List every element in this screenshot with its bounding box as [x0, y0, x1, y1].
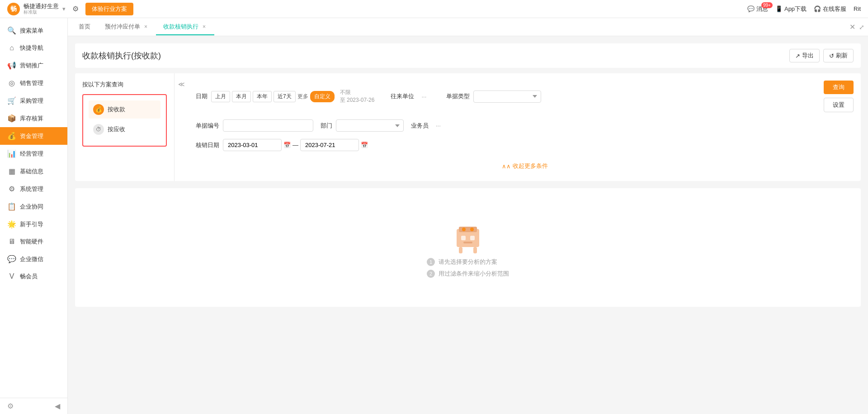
department-label: 部门 [321, 122, 332, 130]
collapse-sidebar-icon[interactable]: ◀ [55, 402, 60, 410]
collapse-more-btn[interactable]: ∧∧ 收起更多条件 [196, 158, 854, 174]
app-download-button[interactable]: 📱 App下载 [775, 5, 807, 13]
search-icon: 🔍 [7, 26, 16, 35]
tab-receipt-writeoff-label: 收款核销执行 [163, 23, 198, 31]
basic-info-icon: ▦ [7, 167, 16, 176]
sidebar-item-wechat[interactable]: 💬 企业微信 [0, 250, 67, 268]
solution-button[interactable]: 体验行业方案 [85, 3, 133, 15]
filter-item-staff: 业务员 ··· [411, 122, 444, 130]
date-buttons: 上月 本月 本年 近7天 更多 自定义 [211, 91, 335, 102]
filter-area: 按以下方案查询 💰 按收款 ⏱ 按应收 ≪ [75, 73, 861, 181]
inventory-icon: 📦 [7, 114, 16, 123]
topbar-right: 💬 消息 99+ 📱 App下载 🎧 在线客服 Rit [747, 5, 861, 13]
sidebar-label-quick-nav: 快捷导航 [20, 44, 43, 52]
sidebar-label-system: 系统管理 [20, 185, 43, 193]
date-label: 日期 [196, 92, 208, 100]
sidebar-item-operations[interactable]: 📊 经营管理 [0, 145, 67, 162]
marketing-icon: 📢 [7, 61, 16, 70]
bill-type-select[interactable] [473, 90, 541, 103]
tab-home[interactable]: 首页 [71, 19, 98, 35]
sidebar-item-member[interactable]: V 畅会员 [0, 268, 67, 285]
date-info: 不限 至 2023-07-26 [340, 89, 375, 104]
settings-bottom-icon[interactable]: ⚙ [7, 402, 14, 410]
empty-state: 1 请先选择要分析的方案 2 用过滤条件来缩小分析范围 [75, 188, 861, 307]
empty-state-illustration [448, 215, 488, 256]
dropdown-icon[interactable]: ▾ [62, 5, 66, 12]
close-all-tabs-icon[interactable]: ✕ [849, 23, 855, 31]
sidebar-label-wechat: 企业微信 [20, 255, 43, 263]
sidebar-item-enterprise[interactable]: 📋 企业协同 [0, 198, 67, 215]
sidebar-label-finance: 资金管理 [20, 132, 43, 140]
operations-icon: 📊 [7, 149, 16, 158]
date-btn-this-month[interactable]: 本月 [232, 91, 251, 102]
filter-item-writeoff-date: 核销日期 📅 — 📅 [196, 139, 368, 151]
sidebar-item-sales[interactable]: ◎ 销售管理 [0, 74, 67, 92]
filter-panel-collapse-btn[interactable]: ≪ [175, 73, 189, 181]
step-2-num: 2 [427, 270, 435, 278]
setting-button[interactable]: 设置 [824, 98, 854, 112]
filter-scheme-panel: 按以下方案查询 💰 按收款 ⏱ 按应收 [75, 73, 175, 181]
sidebar-label-purchase: 采购管理 [20, 97, 43, 105]
date-separator: — [292, 142, 298, 148]
staff-label: 业务员 [411, 122, 429, 130]
filter-form: 日期 上月 本月 本年 近7天 更多 自定义 [189, 73, 861, 181]
filter-item-date: 日期 上月 本月 本年 近7天 更多 自定义 [196, 89, 374, 104]
writeoff-date-end-input[interactable] [300, 139, 359, 151]
page-content: 收款核销执行(按收款) ↗ 导出 ↺ 刷新 按以下方案查询 [68, 36, 868, 414]
writeoff-date-start-input[interactable] [223, 139, 282, 151]
bill-no-input[interactable] [223, 119, 313, 132]
date-btn-custom[interactable]: 自定义 [310, 91, 335, 102]
brand-name: 畅捷通好生意 [24, 3, 59, 10]
filter-scheme-title: 按以下方案查询 [82, 81, 167, 89]
sidebar-item-finance[interactable]: 💰 资金管理 [0, 127, 67, 145]
sidebar-item-inventory[interactable]: 📦 库存核算 [0, 109, 67, 127]
tab-prepay[interactable]: 预付冲应付单 × [98, 19, 156, 35]
empty-steps: 1 请先选择要分析的方案 2 用过滤条件来缩小分析范围 [427, 256, 509, 280]
date-until: 至 2023-07-26 [340, 96, 375, 104]
tab-receipt-writeoff-close[interactable]: × [201, 23, 207, 30]
svg-rect-7 [459, 247, 462, 253]
gear-icon[interactable]: ⚙ [69, 3, 82, 15]
sidebar-item-basic-info[interactable]: ▦ 基础信息 [0, 162, 67, 180]
sidebar-item-search-menu[interactable]: 🔍 搜索菜单 [0, 22, 67, 39]
user-info[interactable]: Rit [854, 5, 861, 12]
sidebar-item-guide[interactable]: 🌟 新手引导 [0, 215, 67, 233]
filter-main: 日期 上月 本月 本年 近7天 更多 自定义 [189, 73, 861, 181]
calendar-start-icon[interactable]: 📅 [283, 142, 291, 148]
filter-item-bill-no: 单据编号 [196, 119, 313, 132]
sidebar-item-hardware[interactable]: 🖥 智能硬件 [0, 233, 67, 250]
hardware-icon: 🖥 [7, 238, 16, 246]
sidebar-label-member: 畅会员 [20, 272, 38, 281]
export-button[interactable]: ↗ 导出 [789, 49, 820, 62]
filter-option-by-receivable[interactable]: ⏱ 按应收 [89, 120, 160, 138]
tab-prepay-close[interactable]: × [143, 23, 149, 30]
counterparty-label: 往来单位 [391, 92, 414, 100]
query-button[interactable]: 查询 [824, 81, 854, 94]
expand-icon[interactable]: ⤢ [859, 24, 864, 31]
collapse-more-icon: ∧∧ [502, 163, 511, 170]
sidebar-item-quick-nav[interactable]: ⌂ 快捷导航 [0, 39, 67, 57]
date-btn-this-year[interactable]: 本年 [253, 91, 272, 102]
sidebar-bottom: ⚙ ◀ [0, 398, 67, 414]
action-buttons: 查询 设置 [824, 81, 854, 112]
sidebar-label-enterprise: 企业协同 [20, 203, 43, 211]
refresh-button[interactable]: ↺ 刷新 [823, 49, 854, 62]
date-btn-more[interactable]: 更多 [297, 93, 308, 100]
sidebar-label-hardware: 智能硬件 [20, 238, 43, 246]
sidebar-item-purchase[interactable]: 🛒 采购管理 [0, 92, 67, 109]
date-btn-last-month[interactable]: 上月 [211, 91, 230, 102]
date-btn-7days[interactable]: 近7天 [274, 91, 296, 102]
sidebar-menu: 🔍 搜索菜单 ⌂ 快捷导航 📢 营销推广 ◎ 销售管理 🛒 采购管理 📦 库 [0, 18, 67, 398]
tab-receipt-writeoff[interactable]: 收款核销执行 × [156, 19, 214, 35]
calendar-end-icon[interactable]: 📅 [361, 142, 368, 148]
online-service-button[interactable]: 🎧 在线客服 [814, 5, 846, 13]
filter-option-by-receipt[interactable]: 💰 按收款 [89, 100, 160, 119]
page-header: 收款核销执行(按收款) ↗ 导出 ↺ 刷新 [75, 43, 861, 68]
sidebar-item-system[interactable]: ⚙ 系统管理 [0, 180, 67, 198]
main-layout: 🔍 搜索菜单 ⌂ 快捷导航 📢 营销推广 ◎ 销售管理 🛒 采购管理 📦 库 [0, 18, 868, 414]
department-select[interactable] [336, 119, 404, 132]
svg-rect-4 [461, 236, 466, 240]
message-button[interactable]: 💬 消息 99+ [747, 5, 768, 13]
sidebar-item-marketing[interactable]: 📢 营销推广 [0, 57, 67, 74]
by-receivable-label: 按应收 [108, 125, 125, 133]
